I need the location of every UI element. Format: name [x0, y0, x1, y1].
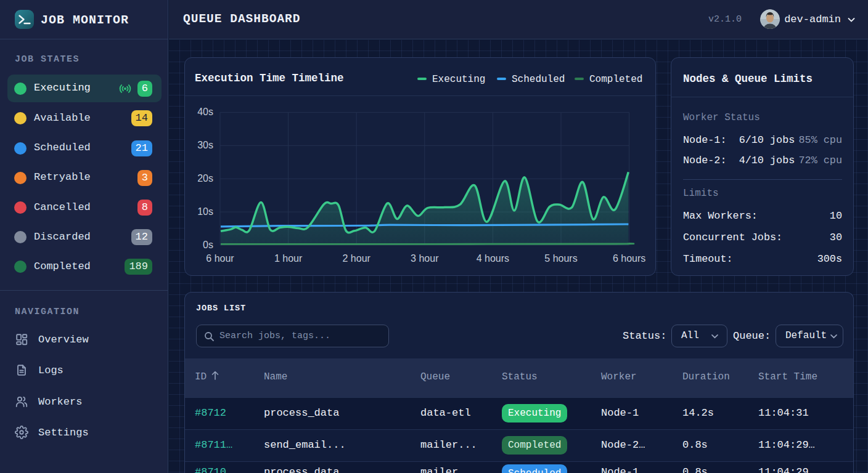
svg-text:2 hour: 2 hour — [343, 253, 371, 264]
svg-text:10s: 10s — [197, 206, 213, 217]
svg-text:6 hour: 6 hour — [206, 253, 234, 264]
svg-text:1 hour: 1 hour — [274, 253, 303, 264]
svg-text:30s: 30s — [197, 140, 213, 150]
svg-text:20s: 20s — [197, 173, 213, 184]
svg-text:6 hours: 6 hours — [613, 253, 645, 264]
svg-text:0s: 0s — [203, 240, 213, 250]
svg-text:40s: 40s — [197, 107, 213, 117]
svg-text:5 hours: 5 hours — [544, 253, 577, 264]
svg-text:3 hour: 3 hour — [411, 253, 439, 264]
svg-text:4 hours: 4 hours — [477, 253, 509, 264]
